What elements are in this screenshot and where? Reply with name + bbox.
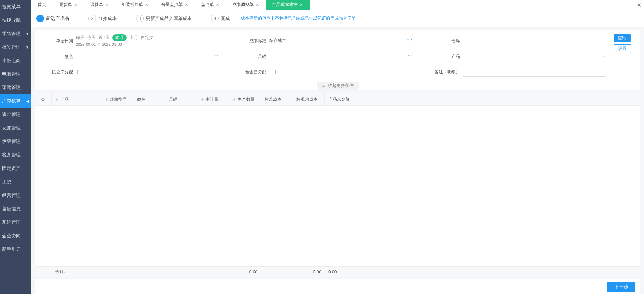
sidebar-item-2[interactable]: 零售管理▼ [0, 27, 31, 40]
filter-cost-standard[interactable]: 成本标准 结存成本﹀ [234, 34, 413, 48]
tab-1[interactable]: 要货单✕ [53, 0, 84, 10]
query-button[interactable]: 查询 [614, 34, 631, 42]
step-2[interactable]: 2分摊成本 [88, 15, 117, 22]
page-footer: 下一步 [35, 279, 640, 294]
filter-remark[interactable]: 备注（明细） [427, 65, 606, 79]
results-table: ⚙ ▲▼产品 ▲▼规格型号 颜色 尺码 ▲▼主计量 ▲▼生产数量 标准成本 标准… [35, 93, 640, 277]
sidebar-item-12[interactable]: 固定资产 [0, 162, 31, 175]
collapse-filters-button[interactable]: ︽ 收起更多条件 [317, 82, 359, 90]
settings-button[interactable]: 设置 [614, 44, 631, 53]
chevron-down-icon: ﹀ [214, 53, 220, 60]
step-4[interactable]: 4完成 [211, 15, 230, 22]
tab-4[interactable]: 分量盘点单✕ [155, 0, 195, 10]
close-icon[interactable]: ✕ [74, 2, 77, 7]
date-quick-本月[interactable]: 本月 [112, 34, 127, 41]
chevron-up-icon: ︽ [322, 83, 326, 89]
sidebar-item-18[interactable]: 新手引导 [0, 243, 31, 256]
close-icon[interactable]: ✕ [300, 2, 303, 7]
close-icon[interactable]: ✕ [105, 2, 109, 7]
chevron-down-icon: ﹀ [407, 53, 413, 60]
table-header: ⚙ ▲▼产品 ▲▼规格型号 颜色 尺码 ▲▼主计量 ▲▼生产数量 标准成本 标准… [35, 93, 640, 106]
tab-5[interactable]: 盘点单✕ [195, 0, 226, 10]
sidebar-item-4[interactable]: 小畅电商 [0, 54, 31, 67]
date-range: 2022-09-01 至 2022-09-30 [76, 42, 220, 47]
sidebar-item-6[interactable]: 采购管理 [0, 81, 31, 94]
date-quick-昨天[interactable]: 昨天 [76, 35, 84, 41]
caret-down-icon: ▼ [26, 32, 29, 36]
tabs-bar: 首页要货单✕调拨单✕组装拆卸单✕分量盘点单✕盘点单✕成本调整单✕产品成本维护✕✕ [31, 0, 644, 10]
filter-by-warehouse: 按仓库分配 [40, 65, 220, 79]
tabs-close-all-icon[interactable]: ✕ [634, 0, 644, 10]
table-body [35, 106, 640, 266]
filter-color[interactable]: 颜色 ﹀ [40, 50, 220, 63]
next-step-button[interactable]: 下一步 [607, 282, 635, 292]
gear-icon[interactable]: ⚙ [35, 93, 52, 105]
sidebar-item-11[interactable]: 税务管理 [0, 148, 31, 162]
table-footer: 合计: 0.00 0.00 0.00 [35, 266, 640, 277]
more-icon: ··· [600, 54, 606, 59]
close-icon[interactable]: ✕ [185, 2, 188, 7]
tab-2[interactable]: 调拨单✕ [84, 0, 115, 10]
sidebar-item-17[interactable]: 企业协同 [0, 229, 31, 243]
date-quick-今天[interactable]: 今天 [87, 35, 96, 41]
sidebar-item-7[interactable]: 库存核算◀ [0, 94, 31, 108]
sidebar-item-10[interactable]: 发票管理 [0, 135, 31, 148]
include-allocated-checkbox[interactable] [271, 70, 276, 74]
tab-7[interactable]: 产品成本维护✕ [266, 0, 310, 10]
date-quick-近7天[interactable]: 近7天 [99, 35, 110, 41]
filter-date: 单据日期 昨天今天近7天本月上月自定义 2022-09-01 至 2022-09… [40, 34, 220, 48]
date-quick-上月[interactable]: 上月 [129, 35, 138, 41]
step-1[interactable]: 1筛选产成品 [36, 15, 69, 22]
sidebar-item-5[interactable]: 电商管理 [0, 67, 31, 81]
date-quick-自定义[interactable]: 自定义 [141, 35, 154, 41]
tab-6[interactable]: 成本调整单✕ [226, 0, 266, 10]
steps-bar: 1筛选产成品2分摊成本3更新产成品入库单成本4完成 成本更新的范围中不包括已月结… [31, 10, 644, 27]
chevron-down-icon: ﹀ [407, 38, 413, 44]
sidebar-item-8[interactable]: 资金管理 [0, 108, 31, 121]
sidebar-item-3[interactable]: 批发管理▼ [0, 40, 31, 54]
sidebar-item-1[interactable]: 快捷导航 [0, 13, 31, 27]
more-icon: ··· [600, 38, 606, 44]
tab-0[interactable]: 首页 [31, 0, 53, 10]
sidebar-item-0[interactable]: 搜索菜单 [0, 0, 31, 13]
sidebar-item-9[interactable]: 总账管理 [0, 121, 31, 135]
sidebar-item-15[interactable]: 基础信息 [0, 202, 31, 216]
tab-3[interactable]: 组装拆卸单✕ [115, 0, 155, 10]
filter-product[interactable]: 产品 ··· [427, 50, 606, 63]
by-warehouse-checkbox[interactable] [77, 70, 82, 74]
filter-include-allocated: 包含已分配 [234, 65, 413, 79]
close-icon[interactable]: ✕ [216, 2, 219, 7]
sidebar: 搜索菜单快捷导航零售管理▼批发管理▼小畅电商电商管理采购管理库存核算◀资金管理总… [0, 0, 31, 294]
main: 首页要货单✕调拨单✕组装拆卸单✕分量盘点单✕盘点单✕成本调整单✕产品成本维护✕✕… [31, 0, 644, 294]
sidebar-item-13[interactable]: 工资 [0, 175, 31, 189]
caret-left-icon: ◀ [26, 99, 29, 103]
caret-down-icon: ▼ [26, 45, 29, 49]
step-3[interactable]: 3更新产成品入库单成本 [136, 15, 192, 22]
close-icon[interactable]: ✕ [145, 2, 148, 7]
filter-size[interactable]: 尺码 ﹀ [234, 50, 413, 63]
sidebar-item-16[interactable]: 系统管理 [0, 216, 31, 229]
filter-warehouse[interactable]: 仓库 ··· [427, 34, 606, 48]
steps-hint: 成本更新的范围中不包括已月结或已生成凭证的产成品入库单 [241, 15, 356, 21]
filter-panel: 单据日期 昨天今天近7天本月上月自定义 2022-09-01 至 2022-09… [35, 30, 640, 90]
close-icon[interactable]: ✕ [256, 2, 259, 7]
sidebar-item-14[interactable]: 经营管理 [0, 189, 31, 202]
